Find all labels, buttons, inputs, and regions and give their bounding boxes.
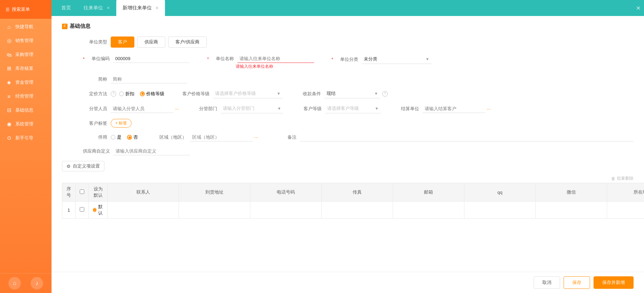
unit-name-field: * 单位名称 请输入往来单位名称 xyxy=(207,55,314,70)
sidebar-search[interactable]: ☰ 搜索菜单 xyxy=(0,3,52,15)
sidebar-item-quick-nav[interactable]: ⌂快捷导航 xyxy=(0,20,52,33)
tab-bar: 首页往来单位✕新增往来单位✕✕ xyxy=(52,0,644,16)
manager-field: 分管人员 ··· xyxy=(83,105,179,113)
sidebar-label-quick-nav: 快捷导航 xyxy=(15,24,33,30)
customer-level-label: 客户等级 xyxy=(297,106,325,112)
supplier-custom-label: 供应商自定义 xyxy=(83,148,113,154)
select-all-checkbox[interactable] xyxy=(80,189,84,194)
short-name-input[interactable] xyxy=(111,75,187,83)
tab-bar-close[interactable]: ✕ xyxy=(636,5,641,11)
section-title: 基础信息 xyxy=(70,23,91,30)
sidebar-label-purchase: 采购管理 xyxy=(15,51,33,58)
sidebar-item-guide[interactable]: ⊙新手引导 xyxy=(0,131,52,145)
batch-delete-btn[interactable]: 🗑 批量删除 xyxy=(611,176,634,181)
row-checkbox[interactable] xyxy=(80,207,84,212)
sidebar-icon-finance: ◈ xyxy=(6,79,13,86)
settlement-unit-field: 结算单位 ··· xyxy=(395,105,491,113)
sidebar-item-sales[interactable]: ◎销售管理 xyxy=(0,34,52,47)
radio-discount[interactable]: 折扣 xyxy=(119,91,134,97)
unit-code-label: 单位编码 xyxy=(85,56,113,62)
radio-yes[interactable]: 是 xyxy=(111,134,121,140)
payment-terms-label: 收款条件 xyxy=(300,91,324,97)
custom-settings-icon: ⚙ xyxy=(66,164,71,169)
row-fax-input[interactable] xyxy=(326,206,388,214)
row-email-input[interactable] xyxy=(397,206,460,214)
row-region-input[interactable] xyxy=(611,206,644,214)
section-header: F 基础信息 xyxy=(62,23,634,30)
row-wechat-input[interactable] xyxy=(540,206,603,214)
remark-field: 备注 xyxy=(272,133,634,141)
tab-close-new-trade-unit[interactable]: ✕ xyxy=(155,6,159,10)
region-input[interactable] xyxy=(190,133,253,141)
tab-label-new-trade-unit: 新增往来单位 xyxy=(123,5,152,11)
type-btn-both[interactable]: 客户/供应商 xyxy=(168,36,207,48)
customer-price-level-placeholder: 请选择客户价格等级 xyxy=(215,90,256,97)
manager-input[interactable] xyxy=(111,105,173,113)
sidebar-item-finance[interactable]: ◈资金管理 xyxy=(0,76,52,89)
row-phone-input[interactable] xyxy=(254,206,317,214)
sidebar-icon-quick-nav: ⌂ xyxy=(6,24,13,30)
search-label: 搜索菜单 xyxy=(12,6,30,13)
row-qq-input[interactable] xyxy=(469,206,531,214)
sidebar-item-inventory[interactable]: ⊞库存核算 xyxy=(0,62,52,75)
radio-discount-circle xyxy=(119,91,124,96)
payment-terms-select[interactable]: 现结 ▼ xyxy=(324,89,380,98)
save-and-new-btn[interactable]: 保存并新增 xyxy=(594,276,634,289)
section-icon: F xyxy=(62,24,68,29)
remark-input[interactable] xyxy=(300,133,634,141)
supplier-custom-input[interactable] xyxy=(113,147,190,155)
radio-yes-circle xyxy=(111,135,116,140)
add-tag-btn[interactable]: + 标签 xyxy=(111,119,132,128)
table-col-header: 邮箱 xyxy=(393,183,464,202)
table-header: 序号设为默认联系人到货地址电话号码传真邮箱qq微信所在地区操作 xyxy=(62,183,644,202)
tab-close-trade-units[interactable]: ✕ xyxy=(107,6,110,10)
department-select[interactable]: 请输入分管部门 ▼ xyxy=(221,104,283,113)
sidebar-label-sales: 销售管理 xyxy=(15,38,33,44)
tab-new-trade-unit[interactable]: 新增往来单位✕ xyxy=(116,0,165,16)
region-more-btn[interactable]: ··· xyxy=(254,135,258,140)
radio-discount-label: 折扣 xyxy=(125,91,134,97)
unit-name-required: * xyxy=(207,56,209,62)
customer-price-level-select[interactable]: 请选择客户价格等级 ▼ xyxy=(213,89,283,98)
settlement-unit-input[interactable] xyxy=(423,105,485,113)
sidebar-user-btn[interactable]: ♪ xyxy=(31,277,43,290)
unit-name-input[interactable] xyxy=(237,55,314,63)
row-contact-input[interactable] xyxy=(112,206,174,214)
custom-settings-label: 自定义项设置 xyxy=(73,163,100,169)
radio-yes-label: 是 xyxy=(117,134,121,140)
sidebar-item-system[interactable]: ◉系统管理 xyxy=(0,117,52,131)
save-btn[interactable]: 保存 xyxy=(564,276,590,289)
type-btn-supplier[interactable]: 供应商 xyxy=(137,36,165,48)
tab-trade-units[interactable]: 往来单位✕ xyxy=(77,0,116,16)
custom-settings-btn[interactable]: ⚙ 自定义项设置 xyxy=(62,161,104,171)
customer-level-select[interactable]: 请选择客户等级 ▼ xyxy=(325,104,381,113)
row-address-input[interactable] xyxy=(183,206,246,214)
department-field: 分管部门 请输入分管部门 ▼ xyxy=(193,104,283,113)
manager-more-btn[interactable]: ··· xyxy=(175,106,179,112)
pricing-help-icon[interactable]: ? xyxy=(111,91,116,97)
tab-home[interactable]: 首页 xyxy=(55,0,77,16)
sidebar-icon-operation: ≡ xyxy=(6,93,13,99)
unit-category-select[interactable]: 未分类 ▼ xyxy=(362,55,431,64)
radio-price-level[interactable]: 价格等级 xyxy=(140,91,164,97)
sidebar-item-basic-info[interactable]: ⊟基础信息 xyxy=(0,104,52,117)
department-label: 分管部门 xyxy=(193,106,221,112)
sidebar-item-purchase[interactable]: 🛍采购管理 xyxy=(0,48,52,61)
radio-no[interactable]: 否 xyxy=(127,134,138,140)
unit-category-chevron: ▼ xyxy=(425,57,429,61)
sidebar-home-btn[interactable]: ⌂ xyxy=(8,277,21,290)
payment-terms-help-icon[interactable]: ? xyxy=(382,91,388,97)
unit-type-row: 单位类型 客户 供应商 客户/供应商 xyxy=(83,36,634,48)
row-default-radio[interactable] xyxy=(93,208,96,212)
type-btn-customer[interactable]: 客户 xyxy=(111,36,134,48)
sidebar-label-basic-info: 基础信息 xyxy=(15,107,33,113)
pricing-radio-group: 折扣 价格等级 xyxy=(119,91,164,97)
table-header-row: 序号设为默认联系人到货地址电话号码传真邮箱qq微信所在地区操作 xyxy=(62,183,644,202)
unit-code-input[interactable] xyxy=(113,55,190,63)
batch-delete-label: 批量删除 xyxy=(617,176,634,181)
sidebar-item-operation[interactable]: ≡经营管理 xyxy=(0,90,52,103)
unit-code-required: * xyxy=(83,56,85,62)
trash-icon: 🗑 xyxy=(611,176,615,181)
settlement-unit-more-btn[interactable]: ··· xyxy=(487,106,491,112)
cancel-btn[interactable]: 取消 xyxy=(534,276,560,289)
